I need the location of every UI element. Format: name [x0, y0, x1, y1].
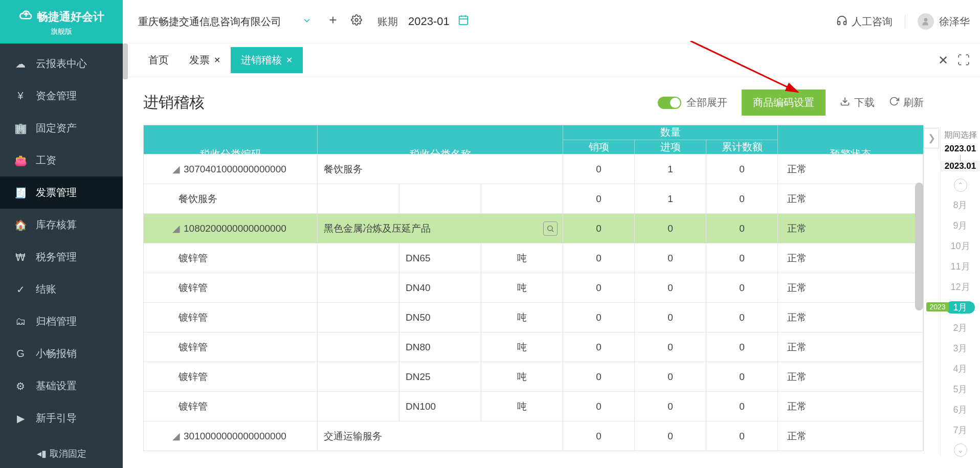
cell-sales: 0 [563, 332, 635, 362]
sidebar-item-label: 基础设置 [36, 379, 77, 393]
svg-point-3 [548, 226, 552, 230]
timeline-month[interactable]: 20231月 [946, 301, 974, 314]
table-row[interactable]: 镀锌管DN65吨000正常 [144, 243, 923, 273]
tab-1[interactable]: 发票✕ [179, 47, 231, 73]
timeline-month[interactable]: 11月 [950, 260, 970, 273]
timeline-month[interactable]: 2月 [953, 322, 967, 334]
timeline-month[interactable]: 8月 [953, 199, 967, 211]
consult-button[interactable]: 人工咨询 [836, 15, 905, 29]
timeline-month[interactable]: 4月 [953, 363, 967, 375]
download-button[interactable]: 下载 [840, 96, 875, 109]
tab-label: 进销稽核 [241, 53, 282, 67]
timeline-month[interactable]: 3月 [953, 342, 967, 354]
expand-icon[interactable]: ◢ [168, 163, 184, 175]
cell-sales: 0 [563, 184, 635, 213]
page-title: 进销稽核 [143, 92, 205, 113]
timeline-month[interactable]: 7月 [953, 424, 967, 436]
sidebar-item-11[interactable]: ▶新手引导 [0, 402, 123, 434]
download-label: 下载 [854, 96, 875, 109]
table-row[interactable]: 镀锌管DN80吨000正常 [144, 332, 923, 362]
cell-sales: 0 [563, 214, 635, 243]
table-row[interactable]: ◢3010000000000000000交通运输服务000正常 [144, 421, 923, 451]
cell-name: 镀锌管 [144, 392, 318, 421]
close-icon[interactable]: ✕ [286, 55, 293, 65]
tab-0[interactable]: 首页 [138, 47, 179, 73]
expand-all-toggle[interactable] [658, 97, 681, 109]
sidebar-item-10[interactable]: ⚙基础设置 [0, 370, 123, 402]
timeline-from: 2023.01 [941, 144, 980, 154]
cell-cum: 0 [706, 362, 778, 391]
cell-warn: 正常 [778, 243, 923, 273]
refresh-button[interactable]: 刷新 [889, 96, 924, 109]
nav-icon: ☁ [14, 58, 27, 70]
sidebar-item-9[interactable]: G小畅报销 [0, 338, 123, 370]
cell-purchase: 0 [635, 362, 706, 391]
cell-sales: 0 [563, 421, 635, 451]
timeline-down-button[interactable]: ⌄ [954, 443, 967, 457]
sidebar-item-label: 税务管理 [36, 250, 77, 264]
period-label: 账期 [377, 15, 398, 29]
timeline-up-button[interactable]: ⌃ [954, 179, 967, 192]
cell-warn: 正常 [778, 332, 923, 362]
chevron-down-icon [302, 15, 312, 28]
cell-cum: 0 [706, 184, 778, 213]
sidebar-item-label: 云报表中心 [36, 57, 87, 71]
close-icon[interactable]: ✕ [214, 55, 220, 65]
cell-blank [318, 273, 399, 302]
timeline-month[interactable]: 10月 [950, 240, 970, 252]
search-icon[interactable] [543, 221, 558, 236]
vertical-scrollbar[interactable] [915, 183, 923, 310]
collapse-sidebar-button[interactable]: ◂▮ 取消固定 [0, 439, 123, 468]
expand-icon[interactable]: ◢ [168, 430, 184, 442]
calendar-icon[interactable] [458, 14, 469, 29]
sidebar-resize-handle[interactable] [123, 43, 128, 79]
tab-2[interactable]: 进销稽核✕ [231, 47, 303, 73]
cell-blank [318, 332, 399, 362]
collapse-icon: ◂▮ [37, 448, 47, 459]
gear-icon[interactable] [351, 14, 362, 29]
table-row[interactable]: ◢1080200000000000000黑色金属冶炼及压延产品000正常 [144, 213, 923, 243]
cell-purchase: 1 [635, 184, 706, 213]
table-row[interactable]: 镀锌管DN100吨000正常 [144, 391, 923, 421]
sidebar-item-0[interactable]: ☁云报表中心 [0, 48, 123, 80]
cell-spec: DN25 [399, 362, 481, 391]
sidebar-item-5[interactable]: 🏠库存核算 [0, 209, 123, 241]
fullscreen-icon[interactable]: ⛶ [957, 53, 970, 68]
th-cumulative: 累计数额 [706, 140, 778, 154]
th-purchase: 进项 [635, 140, 706, 154]
sidebar-item-2[interactable]: 🏢固定资产 [0, 112, 123, 144]
sidebar-item-7[interactable]: ✓结账 [0, 273, 123, 305]
user-menu[interactable]: 徐泽华 [918, 13, 970, 30]
table-row[interactable]: 镀锌管DN50吨000正常 [144, 302, 923, 332]
cell-unit: 吨 [481, 303, 563, 332]
close-all-tabs-button[interactable]: ✕ [938, 53, 948, 68]
product-code-settings-button[interactable]: 商品编码设置 [742, 90, 826, 116]
cell-cum: 0 [706, 392, 778, 421]
sidebar-item-1[interactable]: ¥资金管理 [0, 80, 123, 112]
company-name: 重庆畅捷交通信息咨询有限公司 [138, 15, 281, 29]
sidebar-item-8[interactable]: 🗂归档管理 [0, 305, 123, 338]
table-row[interactable]: 镀锌管DN40吨000正常 [144, 273, 923, 302]
sidebar: 畅捷通好会计 旗舰版 ☁云报表中心¥资金管理🏢固定资产👛工资🧾发票管理🏠库存核算… [0, 0, 123, 468]
company-selector[interactable]: 重庆畅捷交通信息咨询有限公司 [138, 15, 312, 29]
cell-warn: 正常 [778, 273, 923, 302]
table-row[interactable]: 餐饮服务010正常 [144, 184, 923, 213]
timeline-month[interactable]: 12月 [950, 281, 970, 293]
sidebar-item-3[interactable]: 👛工资 [0, 144, 123, 176]
cell-purchase: 0 [635, 303, 706, 332]
cell-unit [481, 184, 563, 213]
expand-icon[interactable]: ◢ [168, 222, 184, 234]
table-row[interactable]: ◢3070401000000000000餐饮服务010正常 [144, 154, 923, 184]
timeline-collapse-button[interactable]: ❯ [924, 128, 939, 148]
add-button[interactable] [327, 14, 339, 29]
cell-spec: DN80 [399, 332, 481, 362]
table-row[interactable]: 镀锌管DN25吨000正常 [144, 362, 923, 391]
sidebar-item-6[interactable]: ₩税务管理 [0, 241, 123, 273]
timeline-month[interactable]: 9月 [953, 219, 967, 232]
timeline-month[interactable]: 5月 [953, 383, 967, 395]
timeline-month[interactable]: 6月 [953, 404, 967, 416]
cell-warn: 正常 [778, 392, 923, 421]
cell-spec: DN50 [399, 303, 481, 332]
sidebar-item-4[interactable]: 🧾发票管理 [0, 176, 123, 209]
cell-purchase: 1 [635, 154, 706, 184]
